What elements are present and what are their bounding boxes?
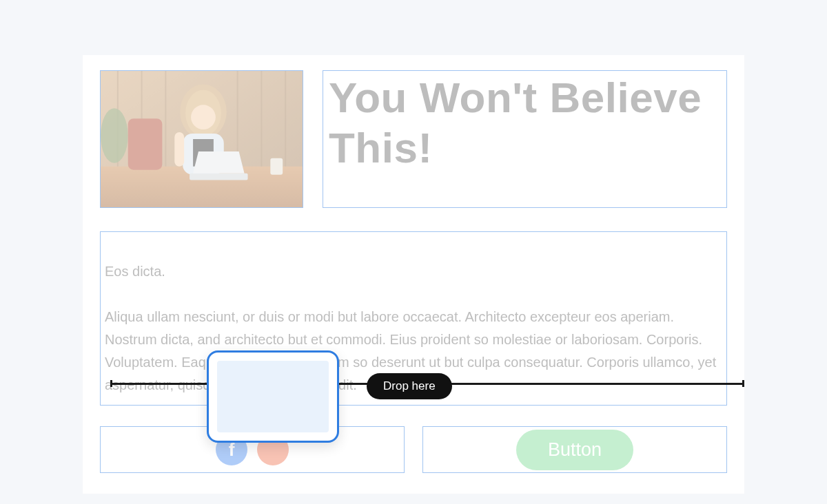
svg-rect-15 [174, 132, 184, 167]
svg-point-8 [101, 108, 128, 162]
email-canvas[interactable]: You Won't Believe This! Eos dicta. Aliqu… [83, 55, 744, 494]
svg-rect-9 [128, 118, 163, 169]
bottom-row: f Button [100, 426, 727, 473]
headline-block[interactable]: You Won't Believe This! [323, 70, 727, 208]
hero-image [101, 71, 303, 207]
drop-here-label: Drop here [367, 373, 452, 399]
drag-preview-thumbnail [217, 361, 329, 432]
top-row: You Won't Believe This! [100, 70, 727, 208]
headline-text: You Won't Believe This! [329, 72, 721, 173]
cta-button[interactable]: Button [516, 430, 633, 470]
svg-point-12 [191, 105, 216, 129]
editor-stage: You Won't Believe This! Eos dicta. Aliqu… [14, 14, 813, 490]
drop-here-text: Drop here [383, 379, 436, 392]
svg-rect-18 [270, 158, 283, 175]
drag-preview-card[interactable] [207, 350, 339, 443]
image-block[interactable] [100, 70, 303, 208]
cta-button-label: Button [548, 439, 602, 460]
svg-marker-17 [193, 151, 244, 174]
svg-rect-16 [190, 174, 247, 180]
button-block[interactable]: Button [422, 426, 727, 473]
